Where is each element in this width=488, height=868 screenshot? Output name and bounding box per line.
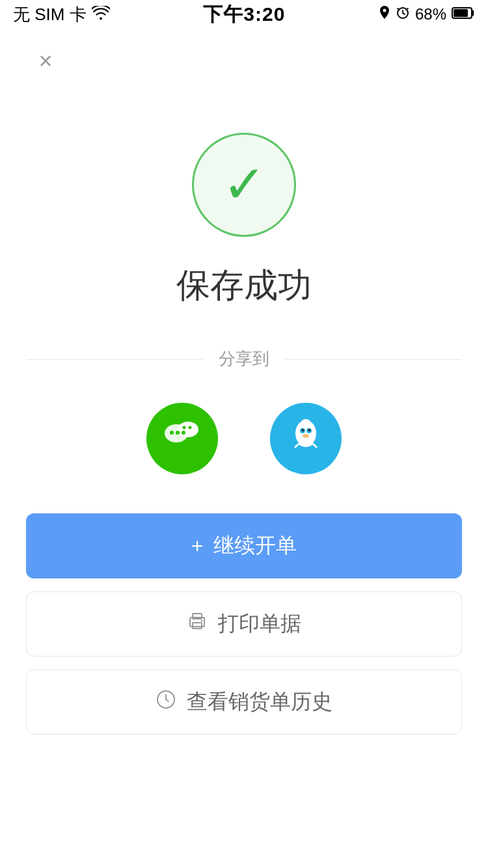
svg-point-18	[303, 429, 303, 429]
print-icon	[187, 611, 208, 637]
main-content: ✓ 保存成功 分享到	[0, 68, 488, 868]
svg-point-19	[309, 429, 310, 429]
battery-percentage: 68%	[415, 5, 446, 23]
svg-point-17	[308, 429, 311, 431]
status-bar: 无 SIM 卡 下午3:20 68%	[0, 0, 488, 29]
share-icons	[146, 403, 342, 474]
success-circle: ✓	[192, 133, 296, 237]
battery-icon	[452, 5, 475, 23]
wechat-share-button[interactable]	[146, 403, 218, 474]
status-time: 下午3:20	[203, 1, 285, 28]
plus-icon: +	[191, 534, 204, 558]
svg-point-11	[301, 419, 311, 429]
wechat-icon	[162, 416, 202, 461]
close-button[interactable]: ×	[26, 42, 65, 81]
svg-point-5	[170, 431, 174, 435]
checkmark-icon: ✓	[223, 159, 266, 211]
share-section: 分享到	[26, 347, 462, 370]
continue-button[interactable]: + 继续开单	[26, 513, 462, 578]
svg-point-21	[299, 441, 312, 447]
svg-point-9	[189, 426, 192, 429]
continue-label: 继续开单	[213, 532, 297, 560]
history-button[interactable]: 查看销货单历史	[26, 670, 462, 735]
qq-icon	[286, 415, 325, 463]
qq-share-button[interactable]	[270, 403, 342, 474]
sim-label: 无 SIM 卡	[13, 3, 87, 26]
action-buttons: + 继续开单 打印单据 查看销货单历史	[26, 513, 462, 735]
history-label: 查看销货单历史	[187, 688, 332, 716]
svg-point-7	[182, 431, 185, 435]
history-icon	[156, 689, 176, 715]
svg-rect-2	[454, 9, 468, 17]
status-left: 无 SIM 卡	[13, 3, 110, 26]
print-button[interactable]: 打印单据	[26, 591, 462, 657]
success-title: 保存成功	[176, 263, 312, 308]
print-label: 打印单据	[218, 610, 301, 638]
alarm-icon	[396, 5, 410, 23]
location-icon	[379, 5, 390, 23]
wifi-icon	[92, 5, 110, 25]
svg-point-4	[178, 422, 198, 437]
svg-point-20	[303, 434, 309, 438]
svg-point-16	[302, 429, 305, 431]
status-right: 68%	[379, 5, 475, 23]
svg-rect-24	[193, 623, 202, 629]
svg-point-25	[201, 620, 203, 622]
svg-point-8	[183, 426, 186, 429]
svg-point-6	[176, 431, 180, 435]
share-label: 分享到	[203, 347, 285, 370]
close-icon: ×	[38, 49, 52, 73]
